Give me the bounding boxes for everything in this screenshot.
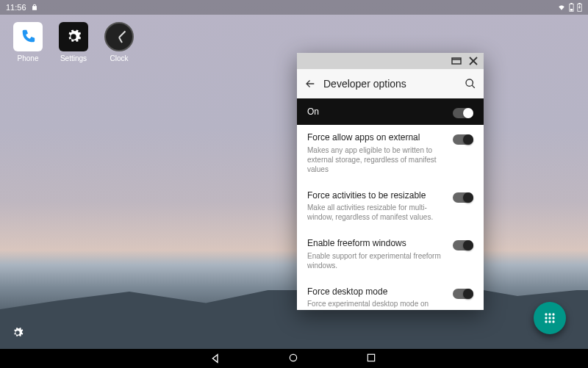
app-drawer-button[interactable] [534,302,566,334]
window-titlebar[interactable] [297,53,484,69]
svg-point-9 [545,313,547,315]
status-bar: 11:56 [0,0,588,15]
app-phone[interactable]: Phone [7,22,49,62]
settings-list: Force allow apps on external Makes any a… [297,125,484,310]
setting-desc: Makes any app eligible to be written to … [307,145,445,174]
setting-desc: Enable support for experimental freeform… [307,251,445,270]
battery-charging-icon [577,3,582,12]
close-icon[interactable] [469,57,478,65]
quick-settings-gear-icon[interactable] [12,327,24,339]
app-clock[interactable]: Clock [98,22,140,62]
svg-rect-1 [570,3,573,4]
svg-rect-4 [578,3,581,4]
master-toggle[interactable] [453,108,473,118]
setting-force-allow-apps-external[interactable]: Force allow apps on external Makes any a… [297,125,484,183]
svg-point-13 [548,317,551,319]
setting-desc: Force experimental desktop mode on [307,299,445,309]
setting-force-desktop-mode[interactable]: Force desktop mode Force experimental de… [297,279,484,310]
svg-point-14 [552,317,554,319]
status-time: 11:56 [6,3,26,12]
setting-title: Force activities to be resizable [307,190,445,202]
setting-title: Force allow apps on external [307,132,445,144]
setting-title: Enable freeform windows [307,238,445,250]
app-settings[interactable]: Settings [53,22,94,62]
setting-toggle[interactable] [453,134,473,145]
nav-back-icon[interactable] [210,353,222,364]
wallpaper-mountains [0,261,588,349]
setting-toggle[interactable] [453,192,473,203]
wifi-icon [557,4,566,11]
svg-point-11 [552,313,554,315]
setting-toggle[interactable] [453,289,473,299]
svg-point-10 [548,313,551,315]
setting-title: Force desktop mode [307,286,445,298]
svg-point-17 [552,320,554,322]
page-title: Developer options [323,78,457,90]
master-toggle-label: On [307,107,319,117]
window-header: Developer options [297,69,484,98]
svg-rect-5 [452,58,461,64]
nav-recent-icon[interactable] [366,353,378,364]
svg-point-12 [545,317,547,319]
setting-desc: Make all activities resizable for multi-… [307,203,445,222]
setting-force-activities-resizable[interactable]: Force activities to be resizable Make al… [297,183,484,231]
master-toggle-row[interactable]: On [297,98,484,125]
svg-point-18 [290,354,296,361]
back-icon[interactable] [304,78,316,90]
battery-icon [569,3,574,12]
app-label: Phone [7,54,49,62]
svg-rect-19 [368,354,374,361]
nav-home-icon[interactable] [288,353,300,364]
navigation-bar [0,349,588,368]
setting-toggle[interactable] [453,240,473,250]
lock-icon [31,4,38,11]
setting-enable-freeform-windows[interactable]: Enable freeform windows Enable support f… [297,231,484,279]
app-label: Settings [53,54,94,62]
svg-rect-2 [570,9,573,11]
maximize-icon[interactable] [451,57,462,65]
svg-point-16 [548,320,551,322]
search-icon[interactable] [465,78,476,90]
settings-window: Developer options On Force allow apps on… [297,53,484,310]
svg-point-15 [545,320,547,322]
app-label: Clock [98,54,140,62]
